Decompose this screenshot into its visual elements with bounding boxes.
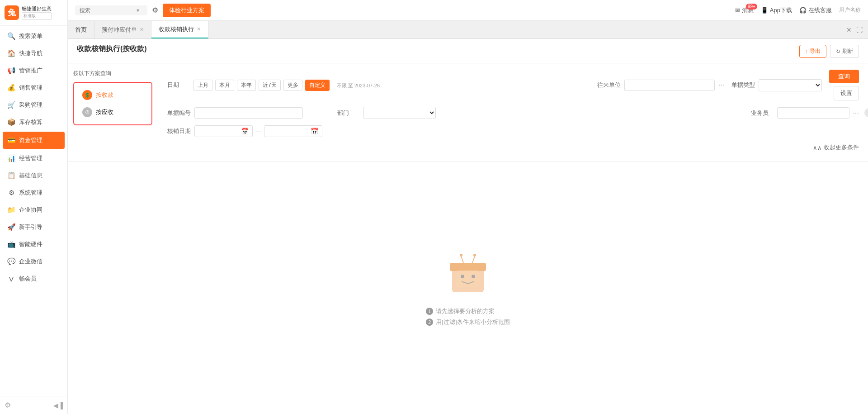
- export-icon: ↑: [805, 48, 808, 55]
- sidebar-item-basicinfo[interactable]: 📋 基础信息: [0, 167, 67, 184]
- sidebar-item-sales[interactable]: 💰 销售管理: [0, 79, 67, 96]
- sidebar-item-hardware[interactable]: 📺 智能硬件: [0, 236, 67, 253]
- writeoff-date-to[interactable]: 2023-07-21: [268, 128, 309, 135]
- sidebar-item-newguide[interactable]: 🚀 新手引导: [0, 219, 67, 236]
- sidebar-item-operations[interactable]: 📊 经营管理: [0, 150, 67, 167]
- svg-line-5: [461, 256, 463, 263]
- inventory-icon: 📦: [7, 118, 15, 126]
- sidebar-item-purchase[interactable]: 🛒 采购管理: [0, 96, 67, 114]
- hint-num-2: 2: [426, 319, 433, 326]
- writeoff-date-range: 2023-03-01 📅 — 2023-07-21 📅: [194, 125, 322, 137]
- salesman-more-icon[interactable]: ···: [853, 109, 859, 117]
- message-badge: 99+: [746, 4, 757, 10]
- collapse-sidebar-button[interactable]: ◀▐: [53, 402, 63, 409]
- counterparty-input[interactable]: [624, 80, 715, 91]
- expand-tab-button[interactable]: ⛶: [856, 26, 863, 33]
- filter-row-1: 日期 上月 本月 本年 近7天 更多 自定义 不限 至 2023-07-26: [167, 70, 859, 100]
- sidebar-item-finance[interactable]: 💳 资金管理: [3, 132, 65, 149]
- filter-option-by-payment[interactable]: 💲 按收款: [78, 86, 148, 104]
- sidebar-item-search[interactable]: 🔍 搜索菜单: [0, 28, 67, 45]
- svg-rect-1: [450, 263, 486, 271]
- close-tab-button[interactable]: ✕: [846, 26, 852, 33]
- export-button[interactable]: ↑ 导出: [799, 45, 826, 58]
- date-btn-this-year[interactable]: 本年: [237, 80, 256, 91]
- filter-row-3: 核销日期 2023-03-01 📅 — 2023-07-21 📅: [167, 125, 859, 137]
- calendar-from-icon[interactable]: 📅: [241, 128, 249, 135]
- vouchertype-select[interactable]: [759, 79, 822, 91]
- sidebar-item-inventory[interactable]: 📦 库存核算: [0, 114, 67, 131]
- filter-option-by-receivable[interactable]: ⏱ 按应收: [78, 104, 148, 121]
- refresh-button[interactable]: ↻ 刷新: [830, 45, 859, 58]
- service-icon: 🎧: [799, 7, 807, 14]
- app-download-button[interactable]: 📱 App下载: [761, 6, 792, 14]
- page-action-buttons: ↑ 导出 ↻ 刷新: [799, 45, 859, 58]
- tab-label: 首页: [75, 26, 87, 34]
- sidebar-item-label: 采购管理: [19, 101, 42, 109]
- sidebar-item-wechat[interactable]: 💬 企业微信: [0, 253, 67, 270]
- tab-prepay[interactable]: 预付冲应付单 ✕: [94, 21, 151, 38]
- svg-point-8: [473, 254, 476, 257]
- sidebar-item-label: 企业协同: [19, 206, 42, 214]
- date-btn-this-month[interactable]: 本月: [215, 80, 234, 91]
- sidebar-item-label: 库存核算: [19, 118, 42, 126]
- date-range-separator: —: [255, 128, 261, 135]
- refresh-icon: ↻: [836, 48, 840, 55]
- date-btn-last-month[interactable]: 上月: [193, 80, 212, 91]
- writeoff-date-from[interactable]: 2023-03-01: [198, 128, 239, 135]
- sidebar-item-system[interactable]: ⚙ 系统管理: [0, 184, 67, 201]
- date-btn-7days[interactable]: 近7天: [259, 80, 281, 91]
- calendar-to-icon[interactable]: 📅: [311, 128, 318, 135]
- logo-icon: 兔: [5, 5, 19, 20]
- tab-bar: 首页 预付冲应付单 ✕ 收款核销执行 ✕ ✕ ⛶: [68, 21, 868, 39]
- counterparty-more-icon[interactable]: ···: [718, 81, 724, 89]
- salesman-input[interactable]: [777, 107, 849, 119]
- message-button[interactable]: ✉ 消息 99+: [735, 6, 754, 14]
- sidebar-bottom: ⚙ ◀▐: [0, 396, 67, 414]
- date-btn-custom[interactable]: 自定义: [305, 80, 330, 91]
- writeoff-date-to-wrap: 2023-07-21 📅: [264, 125, 322, 137]
- user-name: 用户名称: [839, 6, 861, 14]
- empty-state: 1 请先选择要分析的方案 2 用[过滤]条件来缩小分析范围: [68, 162, 868, 414]
- tab-close-icon[interactable]: ✕: [197, 26, 201, 32]
- tab-bar-actions: ✕ ⛶: [841, 21, 868, 38]
- settings-button[interactable]: 设置: [834, 86, 859, 100]
- date-btn-more[interactable]: 更多: [283, 80, 302, 91]
- tab-close-icon[interactable]: ✕: [140, 27, 144, 33]
- chevron-down-icon: ▾: [137, 7, 139, 14]
- collapse-more-filters-button[interactable]: ∧∧ 收起更多条件: [813, 143, 859, 152]
- query-button[interactable]: 查询: [829, 70, 859, 83]
- industry-solution-button[interactable]: 体验行业方案: [163, 4, 211, 17]
- app-version: 标准版: [22, 12, 52, 20]
- sidebar-item-label: 企业微信: [19, 257, 42, 266]
- basicinfo-icon: 📋: [7, 171, 15, 180]
- tab-writeoff[interactable]: 收款核销执行 ✕: [151, 21, 208, 38]
- sidebar-item-enterprise[interactable]: 📁 企业协同: [0, 201, 67, 219]
- svg-point-3: [461, 275, 464, 278]
- filter-dept-field: 部门: [337, 107, 436, 119]
- sidebar-item-marketing[interactable]: 📢 营销推广: [0, 62, 67, 79]
- sidebar-item-label: 畅会员: [19, 275, 37, 283]
- purchase-icon: 🛒: [7, 101, 15, 109]
- settings-icon[interactable]: ⚙: [5, 401, 11, 409]
- settings-gear-icon[interactable]: ⚙: [152, 6, 158, 14]
- marketing-icon: 📢: [7, 67, 15, 75]
- sidebar-item-quicknav[interactable]: 🏠 快捷导航: [0, 45, 67, 62]
- filter-scheme-panel: 按以下方案查询 💲 按收款 ⏱ 按应收: [68, 63, 158, 162]
- header-search-input[interactable]: [80, 7, 134, 14]
- dept-label: 部门: [337, 109, 360, 117]
- app-icon: 📱: [761, 7, 768, 14]
- content-area: 收款核销执行(按收款) ↑ 导出 ↻ 刷新 按以下方案查询: [68, 39, 868, 414]
- svg-point-6: [460, 254, 462, 257]
- sidebar-item-label: 快捷导航: [19, 49, 42, 57]
- dept-select[interactable]: [363, 107, 436, 119]
- online-service-button[interactable]: 🎧 在线客服: [799, 6, 832, 14]
- enterprise-icon: 📁: [7, 206, 15, 214]
- sidebar-item-label: 搜索菜单: [19, 32, 42, 40]
- voucherno-input[interactable]: [194, 107, 303, 119]
- empty-hint-1: 1 请先选择要分析的方案: [426, 307, 509, 315]
- tab-home[interactable]: 首页: [68, 21, 94, 38]
- empty-text: 1 请先选择要分析的方案 2 用[过滤]条件来缩小分析范围: [426, 307, 509, 329]
- sidebar-item-member[interactable]: V 畅会员: [0, 270, 67, 287]
- header-search-area[interactable]: ▾: [75, 5, 147, 15]
- query-action-area: 查询 设置: [829, 70, 859, 100]
